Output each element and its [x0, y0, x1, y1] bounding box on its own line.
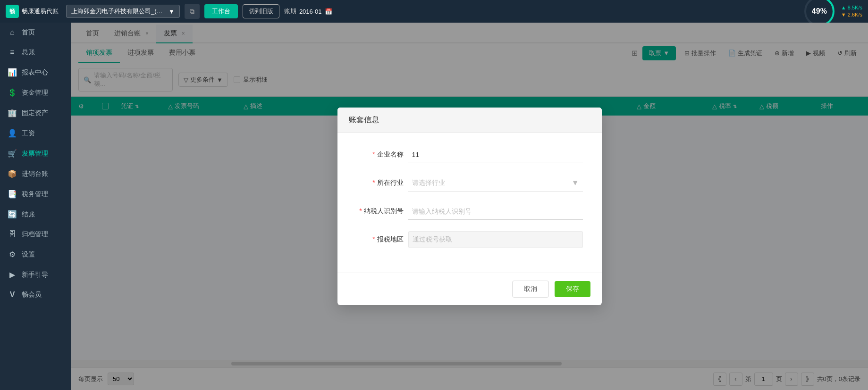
sidebar-label-ledger: 总账	[22, 48, 35, 57]
settings-icon: ⚙	[8, 250, 17, 259]
modal-box: 账套信息 * 企业名称 * 所在行	[337, 108, 602, 305]
speed-percent: 49%	[812, 7, 827, 16]
archive-icon: 🗄	[8, 230, 17, 239]
modal-title: 账套信息	[349, 116, 379, 124]
sidebar-item-member[interactable]: V 畅会员	[0, 285, 71, 305]
settle-icon: 🔄	[8, 210, 17, 219]
modal-header: 账套信息	[337, 108, 602, 133]
sidebar-label-settle: 结账	[22, 210, 35, 219]
company-name-input[interactable]	[408, 146, 583, 163]
sidebar-label-home: 首页	[22, 28, 35, 37]
form-row-tax-id: * 纳税人识别号	[356, 203, 583, 220]
logo-icon: 畅	[6, 5, 19, 18]
sidebar-label-invoice: 发票管理	[22, 149, 48, 158]
member-icon: V	[8, 290, 17, 299]
sidebar-item-archive[interactable]: 🗄 归档管理	[0, 224, 71, 244]
assets-icon: 🏢	[8, 108, 17, 117]
network-speeds: ▲ 8.5K/s ▼ 2.6K/s	[841, 4, 862, 19]
sidebar-item-ledger[interactable]: ≡ 总账	[0, 42, 71, 62]
sidebar-label-assets: 固定资产	[22, 109, 48, 117]
company-selector[interactable]: 上海卯金刀电子科技有限公司_(台201... ▼	[66, 5, 180, 18]
sidebar-item-report[interactable]: 📊 报表中心	[0, 62, 71, 83]
modal-footer: 取消 保存	[337, 273, 602, 305]
tax-region-display: 通过税号获取	[408, 231, 583, 248]
sidebar-label-archive: 归档管理	[22, 230, 48, 239]
tax-icon: 📑	[8, 190, 17, 199]
old-version-button[interactable]: 切到旧版	[243, 4, 279, 18]
salary-icon: 👤	[8, 129, 17, 138]
calendar-icon[interactable]: 📅	[325, 8, 332, 15]
form-row-tax-region: * 报税地区 通过税号获取	[356, 231, 583, 248]
purchase-icon: 📦	[8, 169, 17, 178]
company-name: 上海卯金刀电子科技有限公司_(台201...	[71, 7, 166, 16]
upload-speed: ▲ 8.5K/s	[841, 4, 862, 11]
industry-placeholder: 请选择行业	[412, 179, 445, 187]
sidebar-item-fund[interactable]: 💲 资金管理	[0, 83, 71, 103]
form-row-industry: * 所在行业 请选择行业 ▼	[356, 174, 583, 191]
form-row-company: * 企业名称	[356, 146, 583, 163]
cancel-button[interactable]: 取消	[512, 281, 549, 298]
sidebar-item-invoice[interactable]: 🛒 发票管理	[0, 143, 71, 164]
copy-icon[interactable]: ⧉	[185, 4, 200, 19]
modal-body: * 企业名称 * 所在行业 请选择行业 ▼	[337, 133, 602, 273]
label-industry: * 所在行业	[356, 179, 408, 187]
period-info: 账期 2016-01 📅	[284, 7, 332, 16]
ledger-icon: ≡	[8, 48, 17, 57]
dropdown-chevron-icon: ▼	[572, 179, 579, 187]
label-company-name: * 企业名称	[356, 150, 408, 159]
worktable-button[interactable]: 工作台	[204, 4, 238, 18]
save-button[interactable]: 保存	[555, 281, 590, 297]
content-area: 首页 进销台账 × 发票 × 销项发票 进项发票 费用小票 ⊞	[71, 23, 868, 390]
sidebar: ⌂ 首页 ≡ 总账 📊 报表中心 💲 资金管理 🏢 固定资产 👤 工资 🛒 发票…	[0, 23, 71, 390]
sidebar-item-assets[interactable]: 🏢 固定资产	[0, 103, 71, 123]
sidebar-label-guide: 新手引导	[22, 271, 48, 279]
app-logo: 畅 畅康通易代账	[6, 5, 59, 18]
sidebar-label-purchase: 进销台账	[22, 170, 48, 178]
header-bar: 畅 畅康通易代账 上海卯金刀电子科技有限公司_(台201... ▼ ⧉ 工作台 …	[0, 0, 868, 23]
home-icon: ⌂	[8, 28, 17, 37]
sidebar-item-settings[interactable]: ⚙ 设置	[0, 244, 71, 265]
sidebar-item-guide[interactable]: ▶ 新手引导	[0, 265, 71, 285]
download-speed: ▼ 2.6K/s	[841, 11, 862, 18]
modal-overlay: 账套信息 * 企业名称 * 所在行	[71, 23, 868, 390]
industry-select[interactable]: 请选择行业 ▼	[408, 174, 583, 191]
sidebar-label-fund: 资金管理	[22, 89, 48, 97]
label-tax-region: * 报税地区	[356, 235, 408, 244]
sidebar-label-settings: 设置	[22, 250, 35, 259]
sidebar-item-tax[interactable]: 📑 税务管理	[0, 184, 71, 204]
fund-icon: 💲	[8, 88, 17, 97]
sidebar-item-purchase[interactable]: 📦 进销台账	[0, 164, 71, 184]
header-actions: ⧉ 工作台 切到旧版 账期 2016-01 📅	[180, 4, 802, 19]
report-icon: 📊	[8, 68, 17, 77]
sidebar-label-report: 报表中心	[22, 68, 48, 77]
invoice-icon: 🛒	[8, 149, 17, 158]
guide-icon: ▶	[8, 270, 17, 279]
company-dropdown-icon: ▼	[169, 8, 175, 15]
sidebar-item-home[interactable]: ⌂ 首页	[0, 23, 71, 42]
label-tax-id: * 纳税人识别号	[356, 207, 408, 216]
app-name: 畅康通易代账	[22, 7, 59, 16]
main-container: ⌂ 首页 ≡ 总账 📊 报表中心 💲 资金管理 🏢 固定资产 👤 工资 🛒 发票…	[0, 23, 868, 390]
sidebar-item-settle[interactable]: 🔄 结账	[0, 204, 71, 224]
tax-id-input[interactable]	[408, 203, 583, 220]
sidebar-item-salary[interactable]: 👤 工资	[0, 123, 71, 143]
sidebar-label-member: 畅会员	[22, 290, 42, 299]
sidebar-label-tax: 税务管理	[22, 190, 48, 199]
sidebar-label-salary: 工资	[22, 129, 35, 138]
